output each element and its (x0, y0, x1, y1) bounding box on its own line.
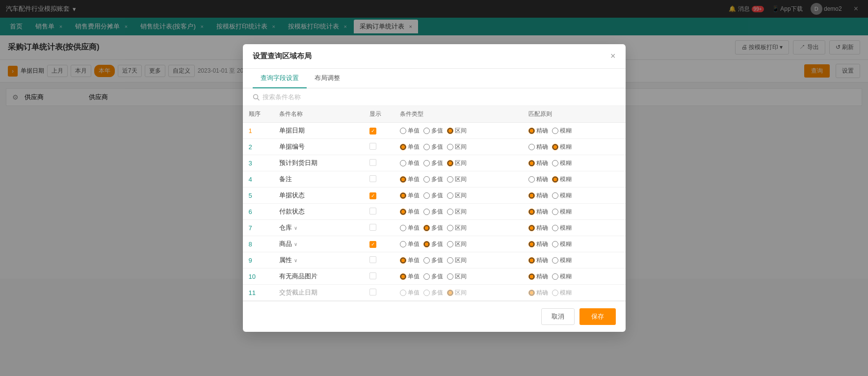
type-radio-区间[interactable]: 区间 (447, 191, 467, 200)
display-checkbox[interactable] (369, 175, 376, 182)
type-radio-多值[interactable]: 多值 (423, 240, 443, 248)
match-radio-精确[interactable]: 精确 (528, 191, 548, 200)
type-radio-input[interactable] (423, 241, 430, 247)
type-radio-区间[interactable]: 区间 (447, 143, 467, 151)
type-radio-input[interactable] (447, 128, 453, 134)
type-radio-区间[interactable]: 区间 (447, 127, 467, 135)
type-radio-多值[interactable]: 多值 (423, 208, 443, 216)
type-radio-input[interactable] (423, 144, 430, 150)
display-checkbox[interactable] (369, 192, 376, 199)
row-display[interactable] (364, 236, 395, 252)
match-radio-input[interactable] (528, 257, 535, 264)
type-radio-input[interactable] (423, 273, 430, 279)
match-radio-精确[interactable]: 精确 (528, 272, 548, 279)
type-radio-区间[interactable]: 区间 (447, 224, 467, 232)
search-input[interactable] (263, 93, 616, 101)
dialog-close-button[interactable]: × (610, 51, 616, 61)
type-radio-区间[interactable]: 区间 (447, 272, 467, 279)
type-radio-input[interactable] (447, 225, 453, 231)
match-radio-精确[interactable]: 精确 (528, 159, 548, 167)
match-radio-input[interactable] (552, 209, 558, 215)
type-radio-input[interactable] (423, 225, 430, 231)
match-radio-input[interactable] (552, 257, 558, 264)
type-radio-区间[interactable]: 区间 (447, 175, 467, 184)
display-checkbox[interactable] (369, 224, 376, 231)
type-radio-input[interactable] (400, 257, 406, 264)
type-radio-input[interactable] (400, 225, 406, 231)
type-radio-input[interactable] (400, 209, 406, 215)
type-radio-input[interactable] (423, 192, 430, 199)
row-display[interactable] (364, 123, 395, 139)
type-radio-区间[interactable]: 区间 (447, 159, 467, 167)
type-radio-input[interactable] (447, 192, 453, 199)
match-radio-精确[interactable]: 精确 (528, 175, 548, 184)
match-radio-模糊[interactable]: 模糊 (552, 159, 572, 167)
match-radio-模糊[interactable]: 模糊 (552, 191, 572, 200)
type-radio-input[interactable] (423, 176, 430, 183)
type-radio-区间[interactable]: 区间 (447, 208, 467, 216)
type-radio-单值[interactable]: 单值 (400, 272, 420, 279)
match-radio-input[interactable] (552, 192, 558, 199)
display-checkbox[interactable] (369, 159, 376, 166)
match-radio-input[interactable] (528, 160, 535, 166)
match-radio-input[interactable] (528, 176, 535, 183)
row-display[interactable] (364, 252, 395, 269)
type-radio-单值[interactable]: 单值 (400, 240, 420, 248)
match-radio-精确[interactable]: 精确 (528, 143, 548, 151)
type-radio-input[interactable] (400, 160, 406, 166)
type-radio-单值[interactable]: 单值 (400, 127, 420, 135)
match-radio-input[interactable] (552, 225, 558, 231)
type-radio-input[interactable] (423, 257, 430, 264)
row-display[interactable] (364, 220, 395, 236)
type-radio-input[interactable] (400, 144, 406, 150)
match-radio-input[interactable] (552, 128, 558, 134)
match-radio-模糊[interactable]: 模糊 (552, 208, 572, 216)
match-radio-input[interactable] (552, 160, 558, 166)
type-radio-input[interactable] (423, 128, 430, 134)
tab-layout-adjust[interactable]: 布局调整 (307, 69, 348, 88)
match-radio-input[interactable] (528, 241, 535, 247)
row-display[interactable] (364, 139, 395, 155)
type-radio-input[interactable] (447, 241, 453, 247)
dialog-overlay[interactable]: 设置查询区域布局 × 查询字段设置 布局调整 (0, 0, 868, 279)
match-radio-精确[interactable]: 精确 (528, 208, 548, 216)
type-radio-多值[interactable]: 多值 (423, 159, 443, 167)
type-radio-区间[interactable]: 区间 (447, 256, 467, 265)
type-radio-input[interactable] (447, 176, 453, 183)
row-display[interactable] (364, 204, 395, 220)
type-radio-单值[interactable]: 单值 (400, 191, 420, 200)
display-checkbox[interactable] (369, 241, 376, 248)
match-radio-模糊[interactable]: 模糊 (552, 256, 572, 265)
display-checkbox[interactable] (369, 256, 376, 263)
type-radio-input[interactable] (447, 273, 453, 279)
type-radio-input[interactable] (400, 241, 406, 247)
type-radio-单值[interactable]: 单值 (400, 208, 420, 216)
match-radio-模糊[interactable]: 模糊 (552, 240, 572, 248)
row-display[interactable] (364, 171, 395, 188)
row-display[interactable] (364, 155, 395, 171)
match-radio-精确[interactable]: 精确 (528, 127, 548, 135)
type-radio-多值[interactable]: 多值 (423, 224, 443, 232)
display-checkbox[interactable] (369, 128, 376, 134)
match-radio-input[interactable] (528, 273, 535, 279)
display-checkbox[interactable] (369, 208, 376, 215)
match-radio-input[interactable] (528, 192, 535, 199)
type-radio-input[interactable] (423, 160, 430, 166)
match-radio-input[interactable] (552, 241, 558, 247)
type-radio-单值[interactable]: 单值 (400, 256, 420, 265)
match-radio-模糊[interactable]: 模糊 (552, 127, 572, 135)
type-radio-多值[interactable]: 多值 (423, 191, 443, 200)
type-radio-input[interactable] (400, 192, 406, 199)
match-radio-input[interactable] (528, 144, 535, 150)
match-radio-模糊[interactable]: 模糊 (552, 143, 572, 151)
type-radio-区间[interactable]: 区间 (447, 240, 467, 248)
type-radio-input[interactable] (400, 176, 406, 183)
type-radio-多值[interactable]: 多值 (423, 175, 443, 184)
type-radio-input[interactable] (423, 209, 430, 215)
type-radio-input[interactable] (447, 257, 453, 264)
row-display[interactable] (364, 269, 395, 279)
type-radio-单值[interactable]: 单值 (400, 224, 420, 232)
type-radio-多值[interactable]: 多值 (423, 272, 443, 279)
type-radio-多值[interactable]: 多值 (423, 256, 443, 265)
type-radio-单值[interactable]: 单值 (400, 143, 420, 151)
